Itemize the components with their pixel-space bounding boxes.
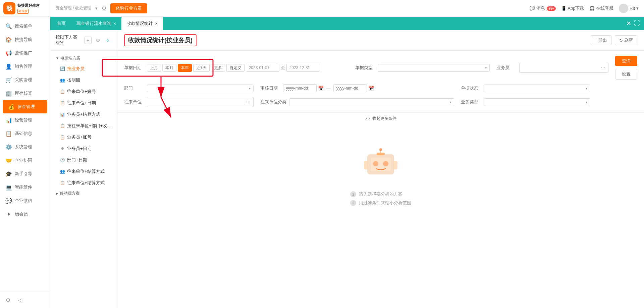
scheme-item-staff-account[interactable]: 📋 业务员+账号 — [50, 132, 117, 143]
wechat-icon: 💬 — [5, 197, 12, 204]
tab-bank-flow-close[interactable]: ✕ — [113, 22, 116, 25]
refresh-button[interactable]: ↻ 刷新 — [615, 35, 637, 45]
sidebar: 畅 畅捷通好生意 标准版 🔍 搜索菜单 🏠 快捷导航 📢 营销推广 👤 销售管理… — [0, 0, 50, 308]
date-btn-this-month[interactable]: 本月 — [162, 64, 176, 72]
review-date-from[interactable] — [283, 84, 317, 92]
scheme-item-by-staff[interactable]: 🔄 按业务员 — [50, 63, 117, 74]
scheme-item-dept-date[interactable]: 🕐 部门+日期 — [50, 154, 117, 166]
sidebar-item-inventory[interactable]: 🏢 库存核算 — [0, 87, 50, 100]
sidebar-item-operation[interactable]: 📊 经营管理 — [0, 113, 50, 127]
scheme-item-partner-settlement1[interactable]: 👥 往来单位+结算方式 — [50, 166, 117, 177]
trial-button[interactable]: 体验行业方案 — [110, 3, 147, 13]
sidebar-item-search-menu[interactable]: 🔍 搜索菜单 — [0, 19, 50, 33]
sidebar-item-quick-nav[interactable]: 🏠 快捷导航 — [0, 33, 50, 46]
export-icon: ↑ — [595, 38, 597, 43]
doc-status-label: 单据状态 — [461, 85, 481, 91]
date-btn-custom[interactable]: 自定义 — [226, 64, 245, 72]
scheme-item-partner-settlement2[interactable]: 📋 往来单位+结算方式 — [50, 177, 117, 189]
scheme-item-staff-settlement[interactable]: 📊 业务员+结算方式 — [50, 109, 117, 120]
close-window-btn[interactable]: ✕ — [626, 20, 631, 27]
tab-bank-flow[interactable]: 现金银行流水查询 ✕ — [71, 17, 121, 30]
sidebar-item-hardware[interactable]: 💻 智能硬件 — [0, 181, 50, 194]
partner-more-btn[interactable]: ··· — [246, 99, 250, 105]
filter-field-doc-type: 单据类型 ▾ — [355, 64, 490, 72]
doc-type-label: 单据类型 — [355, 65, 375, 71]
cal-icon-to[interactable]: 📅 — [368, 86, 374, 91]
sidebar-item-capital[interactable]: 💰 资金管理 — [3, 100, 47, 113]
user-menu[interactable]: Rit ▾ — [619, 4, 639, 13]
logo-badge: 标准版 — [17, 9, 29, 14]
collapse-conditions-btn[interactable]: ∧∧ 收起更多条件 — [117, 113, 644, 124]
tab-collection-stats[interactable]: 收款情况统计 ✕ — [121, 17, 163, 30]
filter-field-dept: 部门 ▾ — [124, 85, 254, 92]
sidebar-label-sales: 销售管理 — [15, 63, 32, 69]
scheme-item-partner-account[interactable]: 📋 往来单位+账号 — [50, 86, 117, 97]
scheme-settings-btn[interactable]: ⚙ — [94, 37, 102, 44]
svg-rect-7 — [364, 161, 368, 169]
doc-status-select[interactable]: ▾ — [484, 85, 590, 92]
sidebar-item-system[interactable]: ⚙️ 系统管理 — [0, 140, 50, 154]
date-btn-last-month[interactable]: 上月 — [147, 64, 161, 72]
date-from-input[interactable] — [246, 64, 279, 72]
sidebar-item-guide[interactable]: 🎓 新手引导 — [0, 167, 50, 181]
sidebar-item-basic[interactable]: 📋 基础信息 — [0, 127, 50, 140]
staff-label: 业务员 — [496, 65, 517, 71]
avatar — [619, 4, 628, 13]
desktop-scheme-title[interactable]: ▼ 电脑端方案 — [50, 53, 117, 63]
date-to-input[interactable] — [286, 64, 320, 72]
message-btn[interactable]: 💬 消息 99+ — [530, 5, 556, 11]
by-staff-icon: 🔄 — [60, 66, 65, 71]
svg-point-2 — [373, 161, 378, 166]
page-header: 收款情况统计(按业务员) ↑ 导出 ↻ 刷新 — [117, 30, 644, 51]
sidebar-item-member[interactable]: ♦ 畅会员 — [0, 207, 50, 221]
customer-service-btn[interactable]: 🎧 在线客服 — [589, 5, 613, 11]
export-button[interactable]: ↑ 导出 — [591, 35, 612, 45]
desktop-scheme-group: ▼ 电脑端方案 🔄 按业务员 👥 按明细 📋 往来单位+账号 — [50, 53, 117, 189]
date-btn-7days[interactable]: 近7天 — [193, 64, 210, 72]
megaphone-icon: 📢 — [5, 50, 12, 56]
review-date-label: 审核日期 — [260, 85, 280, 91]
sidebar-item-marketing[interactable]: 📢 营销推广 — [0, 46, 50, 60]
topbar-gear-icon[interactable]: ⚙ — [102, 5, 106, 11]
settings-button[interactable]: 设置 — [615, 69, 637, 80]
sidebar-item-sales[interactable]: 👤 销售管理 — [0, 60, 50, 73]
sidebar-label-operation: 经营管理 — [15, 117, 32, 123]
scheme-item-by-detail[interactable]: 👥 按明细 — [50, 74, 117, 86]
partner-category-select[interactable]: ▾ — [289, 98, 454, 106]
scheme-item-partner-dept[interactable]: 📋 按往来单位+部门+收... — [50, 120, 117, 132]
filter-field-review-date: 审核日期 📅 — 📅 — [260, 84, 454, 92]
app-download-btn[interactable]: 📱 App下载 — [561, 5, 584, 11]
partner-category-label: 往来单位分类 — [260, 99, 286, 105]
filter-action-btns: 查询 设置 — [615, 56, 637, 80]
doc-type-select[interactable]: ▾ — [378, 64, 490, 72]
partner-select[interactable]: ··· — [147, 97, 254, 107]
dept-select[interactable]: ▾ — [147, 85, 254, 92]
collapse-sidebar-btn[interactable]: « — [104, 37, 112, 44]
filter-field-doc-status: 单据状态 ▾ — [461, 85, 590, 92]
cal-icon-from[interactable]: 📅 — [318, 86, 324, 91]
biz-type-select[interactable]: ▾ — [484, 98, 590, 106]
staff-more-btn[interactable]: ··· — [601, 65, 605, 71]
date-btn-this-year[interactable]: 本年 — [178, 64, 192, 72]
scheme-item-partner-date[interactable]: 📋 往来单位+日期 — [50, 97, 117, 109]
review-date-to[interactable] — [333, 84, 367, 92]
sidebar-item-purchase[interactable]: 🛒 采购管理 — [0, 73, 50, 87]
mobile-scheme-title[interactable]: ▶ 移动端方案 — [50, 189, 117, 198]
scheme-item-staff-date[interactable]: ⚙ 业务员+日期 — [50, 143, 117, 154]
sidebar-settings-btn[interactable]: ⚙ — [3, 295, 13, 305]
sidebar-collapse-btn[interactable]: ◁ — [15, 295, 25, 305]
tab-collection-stats-close[interactable]: ✕ — [155, 22, 158, 25]
date-btn-more[interactable]: 更多 — [211, 64, 225, 72]
guide-icon: 🎓 — [5, 170, 12, 177]
maximize-window-btn[interactable]: ⛶ — [634, 20, 640, 27]
breadcrumb-dropdown[interactable]: ▾ — [95, 6, 98, 11]
sidebar-item-wechat[interactable]: 💬 企业微信 — [0, 194, 50, 207]
date-btn-group: 上月 本月 本年 近7天 更多 自定义 — [147, 64, 245, 72]
sidebar-item-enterprise[interactable]: 🤝 企业协同 — [0, 154, 50, 167]
staff-select[interactable]: ··· — [519, 63, 608, 73]
tab-home[interactable]: 首页 — [52, 17, 71, 30]
add-scheme-btn[interactable]: + — [84, 37, 92, 44]
empty-step-2: 2 用过滤条件来缩小分析范围 — [350, 200, 411, 206]
empty-steps: 1 请先选择要分析的方案 2 用过滤条件来缩小分析范围 — [350, 191, 411, 206]
query-button[interactable]: 查询 — [615, 56, 637, 66]
